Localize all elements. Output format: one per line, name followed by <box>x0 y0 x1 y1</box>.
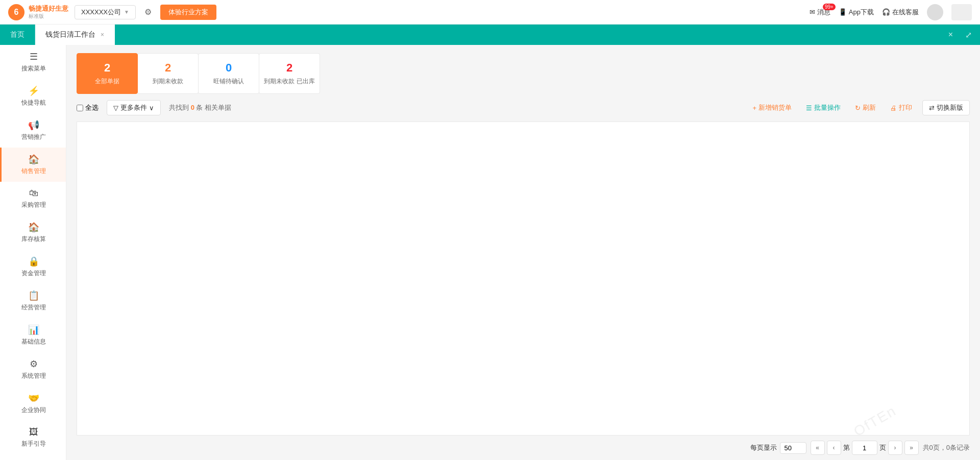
stat-num-all: 2 <box>104 61 110 75</box>
count-unit: 条 <box>196 104 203 111</box>
close-window-icon[interactable]: × <box>944 28 957 41</box>
stat-label-shipped: 到期未收款 已出库 <box>264 77 314 86</box>
sales-icon: 🏠 <box>28 154 39 165</box>
stat-card-shipped[interactable]: 2 到期未收款 已出库 <box>259 53 320 94</box>
logo-text: 畅捷通好生意 标准版 <box>29 5 68 20</box>
sidebar-item-nav[interactable]: ⚡ 快捷导航 <box>0 79 66 113</box>
try-industry-button[interactable]: 体验行业方案 <box>160 5 216 20</box>
app-download-button[interactable]: 📱 App下载 <box>839 8 874 17</box>
sidebar-item-apps[interactable]: 📦 应用中心 <box>0 454 66 460</box>
stat-card-all[interactable]: 2 全部单据 <box>77 53 138 94</box>
select-all-checkbox[interactable]: 全选 <box>77 103 99 112</box>
last-page-button[interactable]: » <box>904 441 919 455</box>
sidebar-item-search[interactable]: ☰ 搜索菜单 <box>0 45 66 79</box>
stat-card-overdue[interactable]: 2 到期未收款 <box>137 53 199 94</box>
sidebar-item-guide[interactable]: 🖼 新手引导 <box>0 421 66 454</box>
sidebar-item-system[interactable]: ⚙ 系统管理 <box>0 352 66 386</box>
nav-tabs: 首页 钱货日清工作台 × × ⤢ <box>0 25 980 45</box>
print-icon: 🖨 <box>890 104 897 112</box>
message-badge: 99+ <box>823 4 836 10</box>
sidebar-nav-label: 快捷导航 <box>21 99 46 107</box>
sidebar-enterprise-label: 企业协同 <box>21 406 46 415</box>
add-icon: + <box>752 104 756 112</box>
print-button[interactable]: 🖨 打印 <box>886 101 916 114</box>
nav-tab-actions: × ⤢ <box>944 25 980 45</box>
filter-label: 更多条件 <box>120 103 147 112</box>
purchase-icon: 🛍 <box>29 188 38 199</box>
avatar[interactable] <box>927 4 943 20</box>
sidebar-item-marketing[interactable]: 📢 营销推广 <box>0 113 66 148</box>
system-icon: ⚙ <box>30 358 38 370</box>
table-area <box>77 122 970 435</box>
top-header: 6 畅捷通好生意 标准版 XXXXXX公司 ▼ ⚙ 体验行业方案 ✉ 消息 99… <box>0 0 980 25</box>
logo-sub: 标准版 <box>29 13 68 19</box>
search-menu-icon: ☰ <box>30 51 38 62</box>
per-page-selector[interactable]: 10 20 50 100 <box>780 442 806 454</box>
filter-button[interactable]: ▽ 更多条件 ∨ <box>107 100 161 115</box>
sidebar-operation-label: 经营管理 <box>21 303 46 312</box>
nav-icon: ⚡ <box>28 85 39 96</box>
sidebar-guide-label: 新手引导 <box>21 440 46 448</box>
guide-icon: 🖼 <box>29 427 38 438</box>
header-right: ✉ 消息 99+ 📱 App下载 🎧 在线客服 <box>810 4 972 20</box>
sidebar-item-operation[interactable]: 📋 经营管理 <box>0 284 66 318</box>
maximize-icon[interactable]: ⤢ <box>961 28 976 42</box>
marketing-icon: 📢 <box>28 119 39 131</box>
print-label: 打印 <box>899 103 912 112</box>
user-name-area[interactable] <box>951 4 972 20</box>
sidebar-system-label: 系统管理 <box>21 372 46 380</box>
total-text: 共0页，0条记录 <box>923 443 970 452</box>
batch-button[interactable]: ☰ 批量操作 <box>802 101 845 114</box>
stat-num-shipped: 2 <box>286 61 292 75</box>
page-input[interactable] <box>852 441 877 455</box>
filter-icon: ▽ <box>113 104 118 112</box>
online-service-button[interactable]: 🎧 在线客服 <box>882 8 919 17</box>
prev-page-button[interactable]: ‹ <box>827 441 841 455</box>
logo-main: 畅捷通好生意 <box>29 5 68 13</box>
tab-home-label: 首页 <box>10 30 24 39</box>
sidebar-item-inventory[interactable]: 🏠 库存核算 <box>0 215 66 250</box>
first-page-button[interactable]: « <box>811 441 825 455</box>
batch-label: 批量操作 <box>814 103 841 112</box>
sidebar-item-purchase[interactable]: 🛍 采购管理 <box>0 182 66 215</box>
count-text: 共找到 0 条 相关单据 <box>169 103 231 112</box>
online-service-label: 在线客服 <box>892 8 919 17</box>
message-icon: ✉ <box>810 8 815 16</box>
message-button[interactable]: ✉ 消息 99+ <box>810 8 830 17</box>
finance-icon: 🔒 <box>28 256 39 267</box>
settings-icon[interactable]: ⚙ <box>140 4 156 20</box>
select-all-label: 全选 <box>85 103 99 112</box>
main-layout: ☰ 搜索菜单 ⚡ 快捷导航 📢 营销推广 🏠 销售管理 🛍 采购管理 🏠 库存核… <box>0 45 980 460</box>
chevron-down-icon: ▼ <box>124 9 129 15</box>
stat-label-pending: 旺铺待确认 <box>213 77 244 86</box>
tab-home[interactable]: 首页 <box>0 25 35 45</box>
refresh-button[interactable]: ↻ 刷新 <box>851 101 880 114</box>
toolbar: 全选 ▽ 更多条件 ∨ 共找到 0 条 相关单据 + 新增销货单 ☰ <box>66 94 980 122</box>
toolbar-right: + 新增销货单 ☰ 批量操作 ↻ 刷新 🖨 打印 ⇄ 切换新版 <box>748 100 970 115</box>
new-order-button[interactable]: + 新增销货单 <box>748 101 796 114</box>
sidebar-item-finance[interactable]: 🔒 资金管理 <box>0 250 66 284</box>
tab-workbench-label: 钱货日清工作台 <box>45 30 95 39</box>
next-page-button[interactable]: › <box>888 441 902 455</box>
basic-icon: 📊 <box>28 324 39 335</box>
company-selector[interactable]: XXXXXX公司 ▼ <box>75 5 136 19</box>
close-tab-icon[interactable]: × <box>101 31 104 38</box>
select-all-input[interactable] <box>77 105 83 111</box>
sidebar-purchase-label: 采购管理 <box>21 201 46 209</box>
sidebar-item-sales[interactable]: 🏠 销售管理 <box>0 148 66 182</box>
switch-label: 切换新版 <box>937 103 963 112</box>
refresh-icon: ↻ <box>855 104 861 112</box>
stat-card-pending[interactable]: 0 旺铺待确认 <box>198 53 259 94</box>
tab-workbench[interactable]: 钱货日清工作台 × <box>35 25 115 45</box>
sidebar-inventory-label: 库存核算 <box>21 235 46 244</box>
page-nav: « ‹ 第 页 › » <box>811 441 919 455</box>
per-page-label: 每页显示 <box>750 443 777 452</box>
sidebar-marketing-label: 营销推广 <box>21 133 46 141</box>
filter-arrow-icon: ∨ <box>149 104 154 112</box>
sidebar-item-enterprise[interactable]: 🤝 企业协同 <box>0 386 66 421</box>
app-download-label: App下载 <box>849 8 874 17</box>
stats-row: 2 全部单据 2 到期未收款 0 旺铺待确认 2 到期未收款 已出库 <box>66 45 980 94</box>
switch-new-button[interactable]: ⇄ 切换新版 <box>922 100 970 115</box>
page-label: 第 <box>843 443 850 452</box>
sidebar-item-basic[interactable]: 📊 基础信息 <box>0 318 66 352</box>
